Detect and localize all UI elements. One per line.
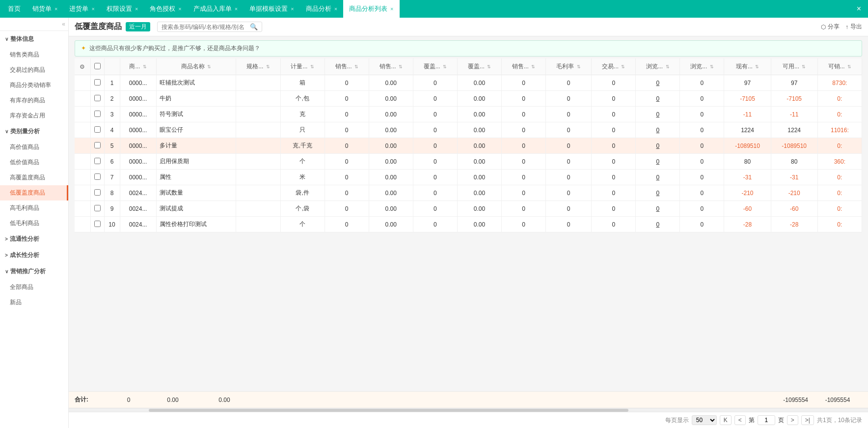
table-cell: 0 <box>680 122 724 138</box>
nav-tab-首页[interactable]: 首页 <box>2 0 27 18</box>
table-cell[interactable] <box>90 91 104 107</box>
table-cell: 个 <box>280 154 325 170</box>
table-cell: -11 <box>771 107 817 122</box>
close-tab-icon[interactable]: × <box>91 6 94 12</box>
column-settings-icon[interactable]: ⚙ <box>80 63 85 70</box>
table-cell: 0.00 <box>369 185 413 201</box>
time-tag[interactable]: 近一月 <box>126 22 150 31</box>
table-cell[interactable] <box>90 154 104 170</box>
table-cell: 0 <box>680 107 724 122</box>
table-cell: 2 <box>104 91 120 107</box>
col-sales-qty[interactable]: 销售... ⇅ <box>325 58 369 75</box>
sidebar-item-high-coverage[interactable]: 高覆盖度商品 <box>0 170 68 185</box>
table-cell: 0 <box>546 122 592 138</box>
col-name[interactable]: 商品名称 ⇅ <box>156 58 236 75</box>
table-row: 10000...旺辅批次测试箱00.0000.000000097978730: <box>75 75 862 91</box>
table-cell: -210 <box>771 185 817 201</box>
sidebar-group-growth-analysis[interactable]: >成长性分析 <box>0 247 68 263</box>
nav-tab-进货单[interactable]: 进货单× <box>63 0 100 18</box>
close-tab-icon[interactable]: × <box>54 6 57 12</box>
first-page-btn[interactable]: K <box>720 415 732 425</box>
horizontal-scrollbar[interactable] <box>69 408 868 412</box>
col-check <box>90 58 104 75</box>
sidebar-item-inventory-goods[interactable]: 有库存的商品 <box>0 93 68 108</box>
prev-page-btn[interactable]: < <box>734 415 746 425</box>
col-available[interactable]: 可用... ⇅ <box>771 58 817 75</box>
table-cell[interactable] <box>90 201 104 217</box>
table-cell: -210 <box>724 185 771 201</box>
nav-tab-产成品入库单[interactable]: 产成品入库单× <box>188 0 244 18</box>
close-tab-icon[interactable]: × <box>235 6 238 12</box>
table-cell: 0 <box>502 217 546 232</box>
nav-tab-商品分析列表[interactable]: 商品分析列表× <box>343 0 399 18</box>
table-wrapper[interactable]: ⚙ 商... ⇅ 商品名称 ⇅ 规格... ⇅ 计量... ⇅ 销售... ⇅ … <box>75 58 862 391</box>
table-cell[interactable] <box>90 75 104 91</box>
close-tab-icon[interactable]: × <box>135 6 138 12</box>
table-cell: 0.00 <box>457 107 501 122</box>
col-browse1[interactable]: 浏览... ⇅ <box>636 58 680 75</box>
col-browse2[interactable]: 浏览... ⇅ <box>680 58 724 75</box>
table-cell[interactable] <box>90 185 104 201</box>
sidebar-item-goods-sales-rate[interactable]: 商品分类动销率 <box>0 78 68 93</box>
search-icon: 🔍 <box>250 23 258 30</box>
search-input[interactable] <box>162 24 250 30</box>
table-cell: 97 <box>771 75 817 91</box>
col-spec[interactable]: 规格... ⇅ <box>236 58 280 75</box>
close-tab-icon[interactable]: × <box>291 6 294 12</box>
table-cell: 0: <box>817 91 862 107</box>
close-tab-icon[interactable]: × <box>334 6 337 12</box>
sidebar-item-high-value[interactable]: 高价值商品 <box>0 140 68 155</box>
table-cell <box>75 107 90 122</box>
sidebar-group-flow-analysis[interactable]: >流通性分析 <box>0 231 68 247</box>
nav-tab-销货单[interactable]: 销货单× <box>27 0 63 18</box>
export-button[interactable]: ↑ 导出 <box>845 23 862 31</box>
table-cell[interactable] <box>90 138 104 154</box>
sidebar-item-inventory-capital[interactable]: 库存资金占用 <box>0 108 68 123</box>
sidebar-group-quantity-analysis[interactable]: ∨类别量分析 <box>0 123 68 140</box>
table-cell: 0 <box>546 138 592 154</box>
col-code[interactable]: 商... ⇅ <box>120 58 156 75</box>
sidebar-group-marketing-analysis[interactable]: ∨营销推广分析 <box>0 263 68 280</box>
close-tab-icon[interactable]: × <box>390 6 393 12</box>
close-all-tabs[interactable]: × <box>852 4 866 13</box>
col-sales-amt[interactable]: 销售... ⇅ <box>369 58 413 75</box>
col-sellable[interactable]: 可销... ⇅ <box>817 58 862 75</box>
table-cell[interactable] <box>90 217 104 232</box>
col-sales3[interactable]: 销售... ⇅ <box>502 58 546 75</box>
col-trans[interactable]: 交易... ⇅ <box>592 58 636 75</box>
search-box: 🔍 <box>157 22 262 32</box>
page-size-select[interactable]: 102050100 <box>692 415 717 425</box>
table-cell: 0: <box>817 138 862 154</box>
col-stock[interactable]: 现有... ⇅ <box>724 58 771 75</box>
sidebar-item-sales-category[interactable]: 销售类商品 <box>0 47 68 62</box>
col-unit[interactable]: 计量... ⇅ <box>280 58 325 75</box>
table-cell[interactable] <box>90 122 104 138</box>
sidebar-item-low-coverage[interactable]: 低覆盖度商品 <box>0 185 68 200</box>
select-all-checkbox[interactable] <box>94 63 101 69</box>
total-label: 合计: <box>75 396 104 404</box>
sidebar-item-new-goods[interactable]: 新品 <box>0 295 68 310</box>
current-page-input[interactable] <box>758 415 775 425</box>
col-cov2[interactable]: 覆盖... ⇅ <box>457 58 501 75</box>
share-button[interactable]: ⬡ 分享 <box>821 23 840 31</box>
table-cell[interactable] <box>90 170 104 185</box>
nav-tab-单据模板设置[interactable]: 单据模板设置× <box>244 0 299 18</box>
col-gross[interactable]: 毛利率 ⇅ <box>546 58 592 75</box>
table-cell[interactable] <box>90 107 104 122</box>
sidebar-item-low-value[interactable]: 低价值商品 <box>0 155 68 170</box>
sidebar-collapse-btn[interactable]: « <box>0 18 68 31</box>
sidebar-item-all-goods[interactable]: 全部商品 <box>0 280 68 295</box>
last-page-btn[interactable]: >| <box>801 415 814 425</box>
col-cov1[interactable]: 覆盖... ⇅ <box>413 58 457 75</box>
sidebar-item-traded-goods[interactable]: 交易过的商品 <box>0 62 68 78</box>
sidebar-group-general[interactable]: ∨整体信息 <box>0 31 68 47</box>
close-tab-icon[interactable]: × <box>178 6 181 12</box>
table-cell: 0 <box>680 75 724 91</box>
sidebar-item-high-margin[interactable]: 高毛利商品 <box>0 200 68 216</box>
nav-tab-商品分析[interactable]: 商品分析× <box>300 0 343 18</box>
nav-tab-权限设置[interactable]: 权限设置× <box>101 0 144 18</box>
nav-tab-角色授权[interactable]: 角色授权× <box>144 0 187 18</box>
next-page-btn[interactable]: > <box>787 415 798 425</box>
table-row: 20000...牛奶个,包00.0000.0000000-7105-71050: <box>75 91 862 107</box>
sidebar-item-low-margin[interactable]: 低毛利商品 <box>0 216 68 231</box>
